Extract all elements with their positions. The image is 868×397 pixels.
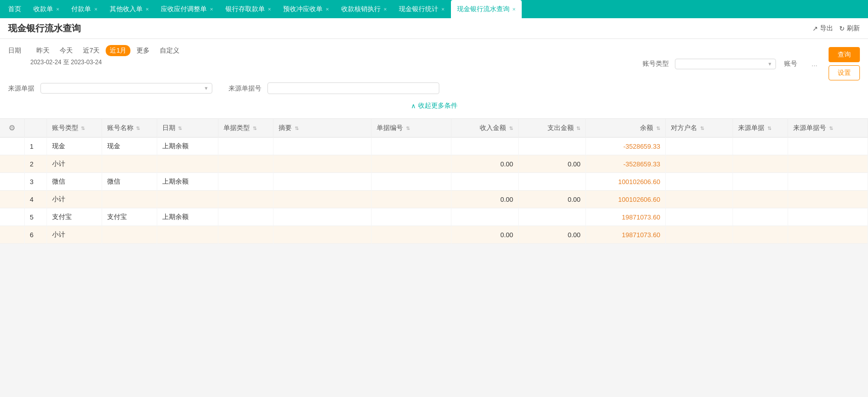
nav-tab-cash-bank-flow[interactable]: 现金银行流水查询 ×	[451, 0, 522, 18]
source-doc-no-label: 来源单据号	[229, 84, 261, 93]
export-icon: ↗	[812, 25, 818, 32]
nav-tab-home-label: 首页	[8, 5, 21, 14]
collapse-bar[interactable]: ∧ 收起更多条件	[8, 99, 860, 114]
col-counterpart-header[interactable]: 对方户名 ⇅	[665, 119, 733, 138]
sort-date-icon: ⇅	[178, 125, 182, 131]
refresh-button[interactable]: ↻ 刷新	[839, 24, 860, 33]
nav-tab-bank-deposit[interactable]: 银行存取款单 ×	[219, 0, 277, 18]
source-doc-arrow-icon: ▾	[205, 85, 208, 92]
filter-action-buttons: 查询 设置	[829, 47, 860, 80]
nav-tab-cash-bank-flow-label: 现金银行流水查询	[457, 5, 510, 14]
nav-tab-pre-collect[interactable]: 预收冲应收单 ×	[277, 0, 335, 18]
col-source-doc-no-header[interactable]: 来源单据号 ⇅	[788, 119, 868, 138]
col-doc-no-header[interactable]: 单据编号 ⇅	[372, 119, 451, 138]
sort-doc-no-icon: ⇅	[406, 125, 410, 131]
export-label: 导出	[820, 24, 833, 33]
account-ellipsis-button[interactable]: ...	[808, 59, 820, 69]
settings-button[interactable]: 设置	[829, 65, 860, 80]
close-pre-collect-icon[interactable]: ×	[326, 6, 329, 12]
table-row[interactable]: 3微信微信上期余额100102606.60	[0, 173, 868, 191]
close-receipt-icon[interactable]: ×	[56, 6, 59, 12]
header-actions: ↗ 导出 ↻ 刷新	[812, 24, 860, 33]
date-option-7days[interactable]: 近7天	[79, 45, 104, 56]
sort-source-doc-no-icon: ⇅	[829, 125, 833, 131]
source-doc-select[interactable]: ▾	[40, 83, 212, 94]
col-account-name-header[interactable]: 账号名称 ⇅	[102, 119, 157, 138]
close-payment-icon[interactable]: ×	[94, 6, 97, 12]
sort-balance-icon: ⇅	[656, 125, 660, 131]
account-type-select[interactable]: ▾	[675, 59, 776, 69]
date-filter-label: 日期	[8, 46, 26, 55]
query-button[interactable]: 查询	[829, 47, 860, 62]
nav-tab-receipt-verify-label: 收款核销执行	[341, 5, 381, 14]
nav-tab-ar-adjust[interactable]: 应收应付调整单 ×	[155, 0, 219, 18]
close-cash-bank-stat-icon[interactable]: ×	[441, 6, 444, 12]
table-row[interactable]: 2小计0.000.00-3528659.33	[0, 155, 868, 173]
close-bank-deposit-icon[interactable]: ×	[268, 6, 271, 12]
account-type-arrow-icon: ▾	[768, 61, 771, 67]
date-option-today[interactable]: 今天	[56, 45, 77, 56]
table-row[interactable]: 6小计0.000.0019871073.60	[0, 226, 868, 244]
col-no-header	[24, 119, 47, 138]
top-nav: 首页 收款单 × 付款单 × 其他收入单 × 应收应付调整单 × 银行存取款单 …	[0, 0, 868, 18]
sort-income-icon: ⇅	[509, 125, 513, 131]
date-option-custom[interactable]: 自定义	[156, 45, 184, 56]
data-table: ⚙ 账号类型 ⇅ 账号名称 ⇅ 日期 ⇅ 单据类型 ⇅	[0, 119, 868, 244]
source-doc-label: 来源单据	[8, 84, 34, 93]
nav-tab-payment[interactable]: 付款单 ×	[65, 0, 103, 18]
source-doc-no-input[interactable]	[267, 82, 439, 94]
nav-tab-payment-label: 付款单	[71, 5, 91, 14]
col-settings-header[interactable]: ⚙	[0, 119, 24, 138]
col-source-doc-header[interactable]: 来源单据 ⇅	[733, 119, 788, 138]
refresh-label: 刷新	[847, 24, 860, 33]
date-option-more[interactable]: 更多	[132, 45, 154, 56]
table-body: 1现金现金上期余额-3528659.332小计0.000.00-3528659.…	[0, 138, 868, 244]
col-summary-header[interactable]: 摘要 ⇅	[273, 119, 372, 138]
filter-area: 日期 昨天 今天 近7天 近1月 更多 自定义 2023-02-24 至 202…	[0, 39, 868, 119]
close-receipt-verify-icon[interactable]: ×	[384, 6, 387, 12]
col-expense-header[interactable]: 支出金额 ⇅	[518, 119, 585, 138]
account-type-label: 账号类型	[643, 59, 669, 68]
page-header: 现金银行流水查询 ↗ 导出 ↻ 刷新	[0, 18, 868, 39]
nav-tab-receipt[interactable]: 收款单 ×	[27, 0, 65, 18]
sort-account-name-icon: ⇅	[136, 125, 140, 131]
table-header-row: ⚙ 账号类型 ⇅ 账号名称 ⇅ 日期 ⇅ 单据类型 ⇅	[0, 119, 868, 138]
export-button[interactable]: ↗ 导出	[812, 24, 833, 33]
collapse-label: 收起更多条件	[418, 101, 458, 110]
table-row[interactable]: 4小计0.000.00100102606.60	[0, 191, 868, 208]
close-other-income-icon[interactable]: ×	[146, 6, 149, 12]
col-income-header[interactable]: 收入金额 ⇅	[451, 119, 518, 138]
page-title: 现金银行流水查询	[8, 22, 81, 34]
sort-summary-icon: ⇅	[295, 125, 299, 131]
close-cash-bank-flow-icon[interactable]: ×	[513, 6, 516, 12]
nav-tab-cash-bank-stat-label: 现金银行统计	[399, 5, 438, 14]
sort-expense-icon: ⇅	[576, 125, 580, 131]
nav-tab-receipt-label: 收款单	[33, 5, 53, 14]
table-container: ⚙ 账号类型 ⇅ 账号名称 ⇅ 日期 ⇅ 单据类型 ⇅	[0, 119, 868, 244]
nav-tab-home[interactable]: 首页	[2, 0, 27, 18]
table-row[interactable]: 5支付宝支付宝上期余额19871073.60	[0, 208, 868, 226]
sort-source-doc-icon: ⇅	[767, 125, 771, 131]
nav-tab-ar-adjust-label: 应收应付调整单	[161, 5, 207, 14]
col-date-header[interactable]: 日期 ⇅	[157, 119, 218, 138]
col-balance-header[interactable]: 余额 ⇅	[586, 119, 666, 138]
col-account-type-header[interactable]: 账号类型 ⇅	[47, 119, 102, 138]
nav-tab-receipt-verify[interactable]: 收款核销执行 ×	[335, 0, 393, 18]
nav-tab-pre-collect-label: 预收冲应收单	[283, 5, 323, 14]
sort-account-type-icon: ⇅	[81, 125, 85, 131]
nav-tab-other-income[interactable]: 其他收入单 ×	[104, 0, 155, 18]
close-ar-adjust-icon[interactable]: ×	[210, 6, 213, 12]
sort-doc-type-icon: ⇅	[253, 125, 257, 131]
account-label: 账号	[784, 59, 802, 68]
date-option-yesterday[interactable]: 昨天	[32, 45, 54, 56]
col-doc-type-header[interactable]: 单据类型 ⇅	[218, 119, 273, 138]
date-option-1month[interactable]: 近1月	[106, 45, 130, 56]
collapse-up-icon: ∧	[411, 102, 416, 110]
table-settings-icon[interactable]: ⚙	[9, 123, 15, 132]
table-row[interactable]: 1现金现金上期余额-3528659.33	[0, 138, 868, 155]
sort-counterpart-icon: ⇅	[700, 125, 704, 131]
nav-tab-cash-bank-stat[interactable]: 现金银行统计 ×	[393, 0, 450, 18]
nav-tab-bank-deposit-label: 银行存取款单	[225, 5, 265, 14]
date-options-group: 昨天 今天 近7天 近1月 更多 自定义	[32, 45, 184, 56]
nav-tab-other-income-label: 其他收入单	[110, 5, 143, 14]
